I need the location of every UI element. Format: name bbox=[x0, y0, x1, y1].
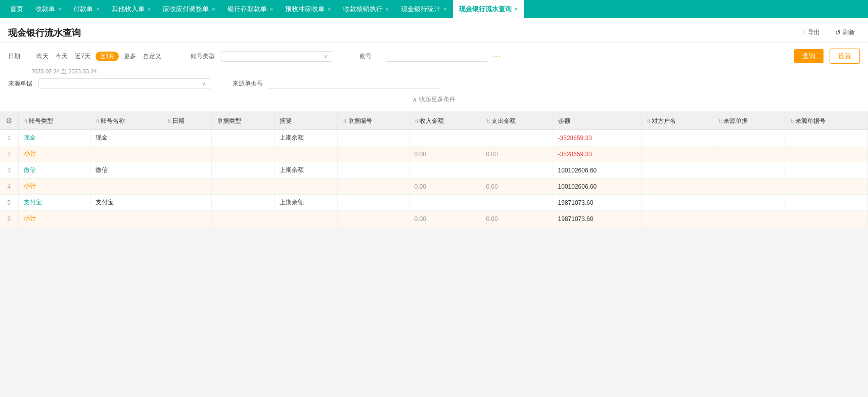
date-today[interactable]: 今天 bbox=[54, 52, 70, 61]
close-icon[interactable]: × bbox=[212, 0, 215, 18]
row-doc-type bbox=[212, 146, 275, 162]
table-row: 5 支付宝 支付宝 上期余额 19871073.60 bbox=[0, 195, 868, 211]
gear-icon[interactable]: ⚙ bbox=[6, 116, 12, 125]
nav-home[interactable]: 首页 bbox=[4, 0, 29, 18]
col-summary[interactable]: 摘要 bbox=[275, 112, 337, 130]
close-icon[interactable]: × bbox=[148, 0, 151, 18]
col-source-doc[interactable]: ⇅来源单据 bbox=[713, 112, 785, 130]
row-type: 现金 bbox=[18, 130, 90, 146]
row-source-doc bbox=[713, 130, 785, 146]
source-doc-no-input[interactable] bbox=[269, 78, 441, 89]
row-income bbox=[409, 195, 481, 211]
table-container: ⚙ ⇅账号类型 ⇅账号名称 ⇅日期 单据类型 摘要 ⇅单据编号 bbox=[0, 112, 868, 227]
date-1month[interactable]: 近1月 bbox=[96, 52, 119, 61]
sort-icon: ⇅ bbox=[647, 118, 651, 124]
row-doc-no bbox=[337, 146, 409, 162]
account-type-select[interactable]: ∨ bbox=[221, 51, 332, 62]
settings-button[interactable]: 设置 bbox=[830, 49, 860, 64]
row-source-doc bbox=[713, 211, 785, 227]
export-button[interactable]: ↑ 导出 bbox=[798, 26, 826, 39]
close-icon[interactable]: × bbox=[328, 0, 331, 18]
query-button[interactable]: 查询 bbox=[794, 49, 824, 63]
row-num: 3 bbox=[0, 162, 18, 179]
row-doc-type bbox=[212, 162, 275, 179]
row-num: 4 bbox=[0, 179, 18, 195]
row-date bbox=[162, 130, 212, 146]
row-name: 微信 bbox=[90, 162, 162, 179]
page-header: 现金银行流水查询 ↑ 导出 ↺ 刷新 bbox=[0, 18, 868, 42]
row-summary: 上期余额 bbox=[275, 130, 337, 146]
sort-icon: ⇅ bbox=[167, 118, 171, 124]
row-date bbox=[162, 211, 212, 227]
row-source-no bbox=[785, 146, 868, 162]
sort-icon: ⇅ bbox=[24, 118, 28, 124]
account-dots-button[interactable]: ··· bbox=[493, 52, 501, 61]
col-expense[interactable]: ⇅支出金额 bbox=[481, 112, 553, 130]
date-more[interactable]: 更多 bbox=[122, 52, 138, 61]
nav-other-income[interactable]: 其他收入单 × bbox=[106, 0, 157, 18]
sort-icon: ⇅ bbox=[343, 118, 347, 124]
source-doc-select[interactable]: ∨ bbox=[38, 78, 210, 89]
close-icon[interactable]: × bbox=[96, 0, 99, 18]
row-type: 小计 bbox=[18, 146, 90, 162]
collapse-up-icon: ∧ bbox=[413, 96, 417, 103]
nav-cash-bank-stats[interactable]: 现金银行统计 × bbox=[395, 0, 452, 18]
row-doc-no bbox=[337, 162, 409, 179]
collapse-bar[interactable]: ∧ 收起更多条件 bbox=[8, 93, 860, 107]
table-row: 4 小计 0.00 0.00 100102606.60 bbox=[0, 179, 868, 195]
nav-ar-ap-adjust[interactable]: 应收应付调整单 × bbox=[157, 0, 221, 18]
col-account-type[interactable]: ⇅账号类型 bbox=[18, 112, 90, 130]
close-icon[interactable]: × bbox=[270, 0, 273, 18]
close-icon[interactable]: × bbox=[443, 0, 446, 18]
col-date[interactable]: ⇅日期 bbox=[162, 112, 212, 130]
col-account-name[interactable]: ⇅账号名称 bbox=[90, 112, 162, 130]
row-summary bbox=[275, 179, 337, 195]
col-party[interactable]: ⇅对方户名 bbox=[642, 112, 713, 130]
row-balance: -3528659.33 bbox=[553, 146, 642, 162]
nav-payments[interactable]: 付款单 × bbox=[67, 0, 105, 18]
row-income bbox=[409, 130, 481, 146]
refresh-button[interactable]: ↺ 刷新 bbox=[830, 26, 860, 39]
account-label: 账号 bbox=[359, 52, 380, 61]
row-date bbox=[162, 195, 212, 211]
close-icon[interactable]: × bbox=[386, 0, 389, 18]
row-num: 5 bbox=[0, 195, 18, 211]
account-input[interactable] bbox=[386, 51, 487, 62]
date-7days[interactable]: 近7天 bbox=[73, 52, 93, 61]
row-expense bbox=[481, 195, 553, 211]
col-income[interactable]: ⇅收入金额 bbox=[409, 112, 481, 130]
row-doc-type bbox=[212, 130, 275, 146]
nav-bank-deposit[interactable]: 银行存取款单 × bbox=[221, 0, 279, 18]
date-label: 日期 bbox=[8, 52, 28, 61]
collapse-label: 收起更多条件 bbox=[419, 95, 455, 104]
row-source-no bbox=[785, 162, 868, 179]
nav-prepay-offset[interactable]: 预收冲应收单 × bbox=[279, 0, 337, 18]
close-icon[interactable]: × bbox=[58, 0, 61, 18]
table-row: 3 微信 微信 上期余额 100102606.60 bbox=[0, 162, 868, 179]
row-type: 小计 bbox=[18, 211, 90, 227]
table-row: 1 现金 现金 上期余额 -3528659.33 bbox=[0, 130, 868, 146]
row-doc-no bbox=[337, 195, 409, 211]
sort-icon: ⇅ bbox=[790, 118, 794, 124]
nav-receipts[interactable]: 收款单 × bbox=[29, 0, 67, 18]
row-type: 小计 bbox=[18, 179, 90, 195]
col-balance[interactable]: 余额 bbox=[553, 112, 642, 130]
date-yesterday[interactable]: 昨天 bbox=[34, 52, 51, 61]
row-name bbox=[90, 146, 162, 162]
chevron-down-icon: ∨ bbox=[324, 53, 328, 60]
col-source-no[interactable]: ⇅来源单据号 bbox=[785, 112, 868, 130]
col-doc-no[interactable]: ⇅单据编号 bbox=[337, 112, 409, 130]
close-icon[interactable]: × bbox=[515, 0, 518, 18]
col-gear[interactable]: ⚙ bbox=[0, 112, 18, 130]
row-date bbox=[162, 179, 212, 195]
date-range-display: 2023-02-24 至 2023-03-24 bbox=[31, 68, 97, 74]
row-num: 2 bbox=[0, 146, 18, 162]
table-row: 6 小计 0.00 0.00 19871073.60 bbox=[0, 211, 868, 227]
data-table: ⚙ ⇅账号类型 ⇅账号名称 ⇅日期 单据类型 摘要 ⇅单据编号 bbox=[0, 112, 868, 227]
nav-cash-bank-flow[interactable]: 现金银行流水查询 × bbox=[453, 0, 524, 18]
date-custom[interactable]: 自定义 bbox=[141, 52, 163, 61]
nav-receipt-exec[interactable]: 收款核销执行 × bbox=[337, 0, 395, 18]
row-doc-no bbox=[337, 179, 409, 195]
row-summary: 上期余额 bbox=[275, 195, 337, 211]
col-doc-type[interactable]: 单据类型 bbox=[212, 112, 275, 130]
